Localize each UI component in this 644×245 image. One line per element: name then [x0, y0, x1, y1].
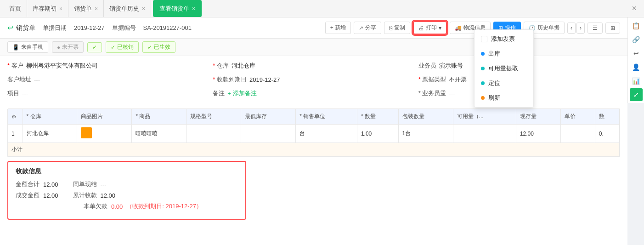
- dropdown-outbound[interactable]: 出库: [475, 46, 533, 61]
- prev-button[interactable]: ‹: [567, 23, 576, 34]
- quantity-col-header: * 数量: [357, 109, 398, 125]
- tab-inventory-init[interactable]: 库存期初 ×: [27, 0, 68, 17]
- tab-sales-close[interactable]: ×: [95, 6, 98, 12]
- tab-view-sales[interactable]: 查看销货单 ×: [153, 0, 202, 17]
- invoice-icon: [481, 36, 487, 42]
- cancelled-badge: ✓ 已核销: [106, 41, 139, 53]
- tab-bar: 首页 库存期初 × 销货单 × 销货单历史 × 查看销货单 × ×: [0, 0, 644, 17]
- packqty-col-header: 包装数量: [398, 109, 453, 125]
- tab-home[interactable]: 首页: [4, 0, 27, 17]
- total-amount-item: 金额合计 12.00: [16, 180, 58, 188]
- dropdown-refresh[interactable]: 刷新: [475, 91, 533, 105]
- add-note-btn[interactable]: + 添加备注: [227, 89, 257, 97]
- due-date-text: （收款到期日: 2019-12-27）: [126, 202, 202, 211]
- right-tool-clipboard[interactable]: 📋: [630, 19, 643, 32]
- available-col-header: 可用量（...: [453, 109, 516, 125]
- view-toggle-grid[interactable]: ⊞: [605, 23, 620, 34]
- tab-view-label: 查看销货单: [159, 5, 189, 13]
- same-order-item: 同单现结 ---: [73, 180, 107, 188]
- row-amount: 0.: [595, 125, 619, 143]
- doc-title-text: 销货单: [16, 24, 35, 32]
- tab-inventory-label: 库存期初: [33, 5, 56, 13]
- outbound-dot: [481, 52, 485, 56]
- dropdown-add-invoice[interactable]: 添加发票: [475, 32, 533, 46]
- row-unitprice: [560, 125, 595, 143]
- effective-badge: ✓ 已生效: [142, 41, 175, 53]
- data-table: ⚙ * 仓库 商品图片 * 商品 规格型号: [8, 109, 620, 157]
- locate-dot: [481, 81, 485, 85]
- page-close-btn[interactable]: ×: [628, 4, 640, 13]
- tab-inventory-close[interactable]: ×: [59, 6, 62, 12]
- paydate-value: 2019-12-27: [249, 76, 280, 83]
- right-tool-link[interactable]: 🔗: [630, 33, 643, 46]
- customer-field: 客户 柳州粤港平安气体有限公司: [7, 62, 209, 70]
- cumulative-item: 累计收款 12.00: [73, 191, 116, 199]
- project-label: 项目: [7, 89, 19, 97]
- address-field: 客户地址 ---: [7, 75, 209, 84]
- spec-col-header: 规格型号: [186, 109, 241, 125]
- dropdown-available-qty[interactable]: 可用量提取: [475, 61, 533, 76]
- row-packqty: 1台: [398, 125, 453, 143]
- tickettype-value: 不开票: [449, 75, 467, 84]
- warehouse-label: 仓库: [213, 62, 229, 70]
- doc-meta: 单据日期 2019-12-27 单据编号 SA-20191227-001: [43, 24, 192, 32]
- share-button[interactable]: ↗ 分享: [354, 22, 381, 34]
- available-qty-label: 可用量提取: [488, 64, 518, 73]
- payment-title: 收款信息: [16, 167, 238, 176]
- data-table-wrapper: ⚙ * 仓库 商品图片 * 商品 规格型号: [7, 108, 620, 157]
- print-button[interactable]: 🖨 打印 ▾: [413, 21, 447, 34]
- row-spec: [186, 125, 241, 143]
- same-order-value: ---: [101, 181, 107, 188]
- code-value: SA-20191227-001: [143, 24, 192, 31]
- tab-sales-order[interactable]: 销货单 ×: [68, 0, 104, 17]
- product-img-col-header: 商品图片: [77, 109, 132, 125]
- table-header-row: ⚙ * 仓库 商品图片 * 商品 规格型号: [8, 109, 620, 125]
- right-tool-return[interactable]: ↩: [630, 47, 643, 60]
- deal-amount-label: 成交金额: [16, 191, 40, 199]
- tab-sales-label: 销货单: [74, 5, 92, 13]
- row-product-img: [77, 125, 132, 143]
- same-order-label: 同单现结: [73, 180, 97, 188]
- doc-icon: ↩: [7, 23, 13, 32]
- copy-button[interactable]: ⎘ 复制: [384, 22, 410, 34]
- view-toggle-list[interactable]: ☰: [588, 23, 603, 34]
- unitprice-col-header: 单价: [560, 109, 595, 125]
- tab-sales-history[interactable]: 销货单历史 ×: [104, 0, 151, 17]
- paydate-field: 收款到期日 2019-12-27: [213, 75, 414, 84]
- cumulative-label: 累计收款: [73, 191, 97, 199]
- total-amount-label: 金额合计: [16, 180, 40, 188]
- overdue-label: 本单欠款: [84, 202, 107, 211]
- row-currentstock: 12.00: [516, 125, 560, 143]
- address-value: ---: [34, 76, 40, 83]
- confirm-badge: ✓: [87, 42, 102, 52]
- note-label: 备注: [213, 89, 225, 97]
- settings-col-header[interactable]: ⚙: [8, 109, 23, 125]
- copy-icon: ⎘: [389, 25, 392, 31]
- locate-label: 定位: [488, 79, 500, 87]
- doc-actions: + 新增 ↗ 分享 ⎘ 复制 🖨 打印 ▾ 🚚: [325, 21, 620, 34]
- deal-amount-item: 成交金额 12.00: [16, 191, 58, 199]
- date-value: 2019-12-27: [74, 24, 105, 31]
- right-tool-expand[interactable]: ⤢: [630, 88, 643, 101]
- from-phone-btn[interactable]: 📱 来自手机: [7, 41, 48, 53]
- dropdown-locate[interactable]: 定位: [475, 76, 533, 91]
- amount-col-header: 数: [595, 109, 619, 125]
- refresh-dot: [481, 96, 485, 100]
- new-button[interactable]: + 新增: [325, 22, 351, 34]
- tickettype-label: 票据类型: [418, 75, 446, 84]
- nav-arrows: ‹ ›: [567, 23, 585, 34]
- tab-history-label: 销货单历史: [109, 5, 139, 13]
- product-col-header: * 商品: [132, 109, 186, 125]
- check-icon: ✓: [92, 44, 97, 51]
- tab-history-close[interactable]: ×: [142, 6, 145, 12]
- row-quantity: 1.00: [357, 125, 398, 143]
- right-tool-user[interactable]: 👤: [630, 61, 643, 74]
- next-button[interactable]: ›: [576, 23, 585, 34]
- share-icon: ↗: [359, 25, 363, 31]
- right-tool-chart[interactable]: 📊: [630, 74, 643, 87]
- tab-view-close[interactable]: ×: [192, 6, 195, 12]
- currentstock-col-header: 现存量: [516, 109, 560, 125]
- not-open-label: 未开票: [62, 43, 79, 51]
- cumulative-value: 12.00: [101, 192, 116, 199]
- warehouse-col-header: * 仓库: [23, 109, 77, 125]
